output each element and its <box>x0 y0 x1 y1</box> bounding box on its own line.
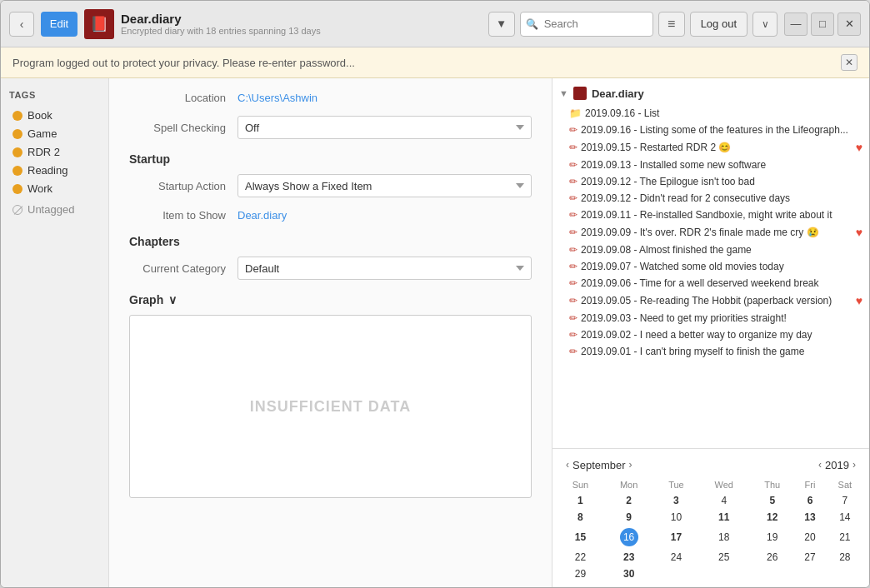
entry-item-12[interactable]: ✏ 2019.09.02 - I need a better way to or… <box>552 326 869 343</box>
pencil-icon: ✏ <box>569 142 578 153</box>
entry-item-7[interactable]: ✏ 2019.09.08 - Almost finished the game <box>552 242 869 258</box>
cal-day-10[interactable]: 10 <box>654 509 698 526</box>
graph-section-header[interactable]: Graph ∨ <box>129 293 532 306</box>
cal-day-4[interactable]: 4 <box>698 492 750 509</box>
folder-icon: 📁 <box>569 107 582 119</box>
back-button[interactable]: ‹ <box>9 12 34 37</box>
location-value[interactable]: C:\Users\Ashwin <box>238 92 318 104</box>
cal-day-29[interactable]: 29 <box>558 566 603 582</box>
cal-day-11[interactable]: 11 <box>698 509 750 526</box>
cal-day-21[interactable]: 21 <box>826 526 864 549</box>
filter-button[interactable]: ▼ <box>488 12 515 37</box>
sidebar-item-game[interactable]: Game <box>9 125 100 142</box>
cal-day-20[interactable]: 20 <box>794 526 825 549</box>
app-subtitle: Encrypted diary with 18 entries spanning… <box>121 26 482 36</box>
entry-item-5[interactable]: ✏ 2019.09.11 - Re-installed Sandboxie, m… <box>552 207 869 223</box>
edit-button[interactable]: Edit <box>41 12 78 37</box>
cal-next-year[interactable]: › <box>849 457 859 472</box>
diary-book-icon <box>573 87 587 100</box>
entry-text: 2019.09.12 - Didn't read for 2 consecuti… <box>581 192 862 204</box>
pencil-icon: ✏ <box>569 261 578 272</box>
cal-week-2: 8 9 10 11 12 13 14 <box>558 509 864 526</box>
cal-day-25[interactable]: 25 <box>698 549 750 566</box>
entries-list: ▼ Dear.diary 📁 2019.09.16 - List ✏ 2019.… <box>552 78 869 448</box>
cal-day-1[interactable]: 1 <box>558 492 603 509</box>
cal-day-24[interactable]: 24 <box>654 549 698 566</box>
cal-day-19[interactable]: 19 <box>750 526 794 549</box>
filter-icon: ▼ <box>496 17 507 30</box>
pencil-icon: ✏ <box>569 176 578 187</box>
entry-item-9[interactable]: ✏ 2019.09.06 - Time for a well deserved … <box>552 275 869 292</box>
cal-day-7[interactable]: 7 <box>826 492 864 509</box>
diary-collapse-icon[interactable]: ▼ <box>559 88 568 98</box>
cal-day-17[interactable]: 17 <box>654 526 698 549</box>
entry-item-6[interactable]: ✏ 2019.09.09 - It's over. RDR 2's finale… <box>552 223 869 242</box>
main-content: TAGS Book Game RDR 2 Reading Work <box>1 78 869 587</box>
calendar-month: September <box>572 459 626 471</box>
sidebar-item-work[interactable]: Work <box>9 180 100 197</box>
current-category-select[interactable]: Default <box>238 257 532 280</box>
entry-item-list[interactable]: 📁 2019.09.16 - List <box>552 105 869 122</box>
cal-day-14[interactable]: 14 <box>826 509 864 526</box>
search-input[interactable] <box>520 12 653 37</box>
item-to-show-value[interactable]: Dear.diary <box>238 209 287 222</box>
cal-day-16-today[interactable]: 16 <box>603 526 655 549</box>
sidebar-item-book[interactable]: Book <box>9 107 100 124</box>
cal-header-fri: Fri <box>794 477 825 492</box>
cal-prev-year[interactable]: ‹ <box>815 457 825 472</box>
chapters-section-header: Chapters <box>129 235 532 248</box>
entry-item-8[interactable]: ✏ 2019.09.07 - Watched some old movies t… <box>552 258 869 275</box>
sidebar-item-reading[interactable]: Reading <box>9 162 100 179</box>
menu-button[interactable]: ≡ <box>658 12 685 37</box>
cal-week-4: 22 23 24 25 26 27 28 <box>558 549 864 566</box>
entry-text: 2019.09.12 - The Epilogue isn't too bad <box>581 176 862 187</box>
notification-close-button[interactable]: ✕ <box>841 54 858 71</box>
maximize-button[interactable]: □ <box>811 12 834 36</box>
entry-item-3[interactable]: ✏ 2019.09.12 - The Epilogue isn't too ba… <box>552 173 869 190</box>
entry-item-10[interactable]: ✏ 2019.09.05 - Re-reading The Hobbit (pa… <box>552 292 869 310</box>
cal-day-6[interactable]: 6 <box>794 492 825 509</box>
calendar-table: Sun Mon Tue Wed Thu Fri Sat 1 2 <box>558 477 864 582</box>
spell-checking-select[interactable]: Off <box>238 116 532 139</box>
startup-action-select[interactable]: Always Show a Fixed Item <box>238 174 532 197</box>
entry-item-11[interactable]: ✏ 2019.09.03 - Need to get my priorities… <box>552 310 869 326</box>
cal-day-22[interactable]: 22 <box>558 549 603 566</box>
cal-day-empty-4 <box>794 566 825 582</box>
search-icon: 🔍 <box>526 18 538 30</box>
calendar-section: ‹ September › ‹ 2019 › Sun Mon Tue Wed <box>552 448 869 587</box>
cal-day-30[interactable]: 30 <box>603 566 655 582</box>
cal-day-26[interactable]: 26 <box>750 549 794 566</box>
close-button[interactable]: ✕ <box>838 12 861 36</box>
search-wrapper: 🔍 <box>520 12 653 37</box>
sidebar-item-untagged[interactable]: Untagged <box>9 201 100 218</box>
entry-item-13[interactable]: ✏ 2019.09.01 - I can't bring myself to f… <box>552 343 869 360</box>
cal-day-5[interactable]: 5 <box>750 492 794 509</box>
cal-day-2[interactable]: 2 <box>603 492 655 509</box>
cal-day-15[interactable]: 15 <box>558 526 603 549</box>
entry-item-4[interactable]: ✏ 2019.09.12 - Didn't read for 2 consecu… <box>552 190 869 207</box>
heart-icon: ♥ <box>856 226 862 239</box>
entry-item-1[interactable]: ✏ 2019.09.15 - Restarted RDR 2 😊 ♥ <box>552 138 869 157</box>
titlebar: ‹ Edit 📕 Dear.diary Encrypted diary with… <box>1 1 869 47</box>
cal-next-month[interactable]: › <box>626 457 636 472</box>
cal-header-thu: Thu <box>750 477 794 492</box>
cal-day-3[interactable]: 3 <box>654 492 698 509</box>
pencil-icon: ✏ <box>569 227 578 238</box>
entry-text: 2019.09.01 - I can't bring myself to fin… <box>581 346 862 357</box>
minimize-button[interactable]: — <box>784 12 808 36</box>
cal-day-8[interactable]: 8 <box>558 509 603 526</box>
pencil-icon: ✏ <box>569 192 578 204</box>
cal-day-23[interactable]: 23 <box>603 549 655 566</box>
cal-day-13[interactable]: 13 <box>794 509 825 526</box>
cal-day-18[interactable]: 18 <box>698 526 750 549</box>
sidebar-item-rdr2[interactable]: RDR 2 <box>9 143 100 161</box>
logout-button[interactable]: Log out <box>690 12 748 37</box>
cal-day-9[interactable]: 9 <box>603 509 655 526</box>
cal-prev-month[interactable]: ‹ <box>562 457 572 472</box>
entry-item-0[interactable]: ✏ 2019.09.16 - Listing some of the featu… <box>552 122 869 138</box>
cal-day-28[interactable]: 28 <box>826 549 864 566</box>
cal-day-12[interactable]: 12 <box>750 509 794 526</box>
cal-day-27[interactable]: 27 <box>794 549 825 566</box>
dropdown-button[interactable]: ∨ <box>752 12 778 37</box>
entry-item-2[interactable]: ✏ 2019.09.13 - Installed some new softwa… <box>552 157 869 173</box>
